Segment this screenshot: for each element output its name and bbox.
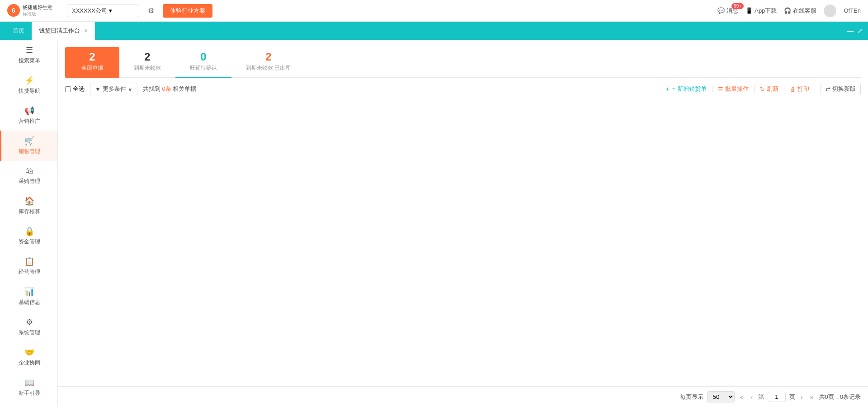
sidebar-item-purchase[interactable]: 🛍 采购管理: [0, 161, 57, 191]
toolbar-right: ＋ + 新增销货单 ☰ 批量操作 ↻ 刷新 🖨 打印: [665, 83, 861, 95]
found-count: 0条: [162, 85, 171, 92]
enterprise-icon: 🤝: [24, 347, 34, 357]
next-page-button[interactable]: ›: [799, 393, 805, 402]
app-download-button[interactable]: 📱 App下载: [745, 7, 777, 15]
sidebar-marketing-label: 营销推广: [19, 117, 40, 125]
logo-tag: 标准版: [23, 11, 52, 17]
sidebar-inventory-label: 库存核算: [19, 208, 40, 215]
sidebar-finance-label: 资金管理: [19, 238, 40, 246]
prev-page-button[interactable]: ‹: [749, 393, 755, 402]
stat-tab-shipped[interactable]: 2 到期未收款 已出库: [231, 47, 305, 78]
company-selector[interactable]: XXXXXX公司 ▾: [67, 5, 139, 17]
stat-pending-number: 0: [200, 51, 206, 63]
found-text: 共找到 0条 相关单据: [143, 85, 196, 93]
print-icon: 🖨: [790, 86, 796, 93]
refresh-label: 刷新: [767, 85, 778, 93]
filter-icon: ▼: [95, 86, 101, 93]
stat-overdue-number: 2: [144, 51, 150, 63]
stat-pending-label: 旺辅待确认: [190, 64, 217, 72]
stat-all-number: 2: [89, 51, 95, 63]
add-icon: ＋: [665, 85, 670, 93]
toolbar-divider-2: [754, 85, 755, 93]
sidebar-item-marketing[interactable]: 📢 营销推广: [0, 100, 57, 131]
content-area: 2 全部单据 2 到期未收款 0 旺辅待确认 2 到期未收款 已出库: [58, 40, 868, 407]
sidebar-basic-info-label: 基础信息: [19, 299, 40, 306]
main-layout: ☰ 搜索菜单 ⚡ 快捷导航 📢 营销推广 🛒 销售管理 🛍 采购管理 🏠 库存核…: [0, 40, 868, 407]
last-page-button[interactable]: »: [808, 393, 816, 402]
stats-tabs-inner: 2 全部单据 2 到期未收款 0 旺辅待确认 2 到期未收款 已出库: [65, 47, 861, 78]
message-badge: 99+: [731, 3, 744, 9]
app-icon: 📱: [745, 7, 753, 14]
switch-icon: ⇄: [826, 86, 830, 93]
inventory-icon: 🏠: [24, 196, 34, 206]
sidebar-item-finance[interactable]: 🔒 资金管理: [0, 221, 57, 251]
filter-button[interactable]: ▼ 更多条件 ∨: [90, 83, 137, 95]
sidebar-item-apps[interactable]: 📦 应用中心: [0, 402, 57, 407]
tab-bar: 首页 钱货日清工作台 × — ⤢: [0, 22, 868, 40]
tab-controls: — ⤢: [847, 27, 863, 34]
per-page-select[interactable]: 50 100 200: [707, 391, 735, 402]
select-all-input[interactable]: [65, 86, 71, 92]
add-label: + 新增销货单: [672, 85, 707, 93]
stat-shipped-number: 2: [265, 51, 271, 63]
message-button[interactable]: 💬 消息 99+: [717, 7, 738, 15]
filter-label: 更多条件: [103, 85, 126, 93]
switch-version-button[interactable]: ⇄ 切换新版: [821, 83, 861, 95]
sidebar-item-inventory[interactable]: 🏠 库存核算: [0, 191, 57, 221]
stat-tab-overdue[interactable]: 2 到期未收款: [119, 47, 175, 78]
guide-icon: 📖: [24, 378, 34, 388]
search-icon: ☰: [26, 45, 33, 55]
tab-maximize-icon[interactable]: ⤢: [857, 27, 863, 34]
sidebar-item-guide[interactable]: 📖 新手引导: [0, 372, 57, 402]
sidebar-sales-label: 销售管理: [19, 148, 40, 155]
stat-shipped-label: 到期未收款 已出库: [246, 64, 291, 72]
sidebar-item-quick-nav[interactable]: ⚡ 快捷导航: [0, 70, 57, 100]
online-service-button[interactable]: 🎧 在线客服: [784, 7, 816, 15]
sidebar-item-operations[interactable]: 📋 经营管理: [0, 251, 57, 281]
tab-minimize-icon[interactable]: —: [847, 27, 854, 34]
page-label: 第: [758, 393, 764, 401]
stat-tab-all[interactable]: 2 全部单据: [65, 47, 119, 78]
service-icon: 🎧: [784, 7, 791, 14]
stat-all-label: 全部单据: [81, 64, 103, 72]
select-all-checkbox[interactable]: 全选: [65, 85, 85, 93]
toolbar-divider-1: [712, 85, 712, 93]
avatar[interactable]: [824, 5, 836, 17]
toolbar-divider-3: [784, 85, 784, 93]
stat-tab-pending[interactable]: 0 旺辅待确认: [175, 47, 231, 78]
settings-button[interactable]: ⚙: [145, 5, 157, 17]
print-button[interactable]: 🖨 打印: [790, 85, 809, 93]
company-name: XXXXXX公司: [72, 7, 107, 15]
message-icon: 💬: [717, 7, 725, 14]
batch-operation-button[interactable]: ☰ 批量操作: [718, 85, 749, 93]
trial-button[interactable]: 体验行业方案: [163, 4, 212, 18]
sidebar-item-search[interactable]: ☰ 搜索菜单: [0, 40, 57, 70]
tab-active[interactable]: 钱货日清工作台 ×: [32, 22, 95, 40]
tab-home-label: 首页: [13, 27, 24, 35]
sidebar-item-basic-info[interactable]: 📊 基础信息: [0, 281, 57, 312]
add-sales-order-button[interactable]: ＋ + 新增销货单: [665, 85, 707, 93]
marketing-icon: 📢: [24, 106, 34, 116]
page-number-input[interactable]: [768, 392, 786, 402]
purchase-icon: 🛍: [25, 166, 33, 176]
sidebar-item-enterprise[interactable]: 🤝 企业协同: [0, 342, 57, 372]
first-page-button[interactable]: «: [738, 393, 745, 402]
batch-label: 批量操作: [725, 85, 749, 93]
tab-close-icon[interactable]: ×: [85, 28, 88, 34]
finance-icon: 🔒: [24, 226, 34, 236]
sidebar-operations-label: 经营管理: [19, 268, 40, 276]
sidebar-item-sales[interactable]: 🛒 销售管理: [0, 131, 57, 161]
sidebar-system-label: 系统管理: [19, 329, 40, 337]
table-area: [58, 100, 868, 386]
service-label: 在线客服: [793, 7, 816, 15]
refresh-button[interactable]: ↻ 刷新: [760, 85, 778, 93]
toolbar: 全选 ▼ 更多条件 ∨ 共找到 0条 相关单据 ＋ + 新增销货单 ☰: [58, 78, 868, 100]
username[interactable]: OfTEn: [844, 7, 861, 14]
quick-nav-icon: ⚡: [24, 75, 34, 85]
app-label: App下载: [755, 7, 777, 15]
header-left: 6 畅捷通好生意 标准版 XXXXXX公司 ▾ ⚙ 体验行业方案: [7, 4, 212, 18]
header-right: 💬 消息 99+ 📱 App下载 🎧 在线客服 OfTEn: [717, 5, 861, 17]
sidebar-item-system[interactable]: ⚙ 系统管理: [0, 312, 57, 342]
tab-home[interactable]: 首页: [5, 22, 32, 40]
tab-active-label: 钱货日清工作台: [39, 27, 80, 35]
